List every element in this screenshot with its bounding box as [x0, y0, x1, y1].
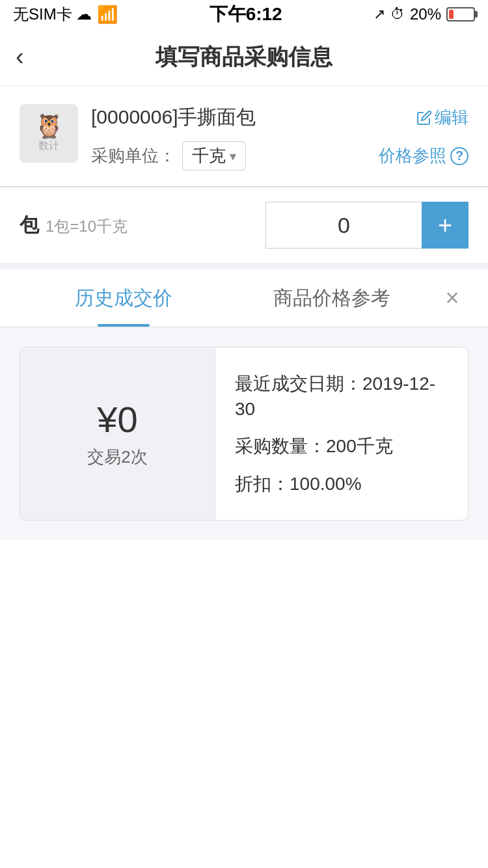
help-icon: ?	[450, 147, 468, 165]
price-ref-button[interactable]: 价格参照 ?	[379, 144, 468, 167]
tab-product-price-ref-label: 商品价格参考	[273, 285, 390, 312]
unit-dropdown[interactable]: 千克 ▾	[182, 141, 246, 170]
wifi-icon: 📶	[97, 5, 118, 25]
edit-label: 编辑	[435, 106, 468, 129]
product-logo-text: 数计	[38, 139, 59, 153]
quantity-input-group: +	[265, 202, 468, 249]
location-icon: ↗	[373, 6, 385, 23]
price-detail-discount-label: 折扣：	[235, 474, 290, 494]
tab-product-price-ref[interactable]: 商品价格参考	[228, 269, 436, 327]
price-detail-discount: 折扣：100.00%	[235, 471, 448, 496]
carrier-text: 无SIM卡 ☁	[13, 4, 92, 25]
back-button[interactable]: ‹	[16, 43, 24, 71]
status-time: 下午6:12	[210, 2, 282, 27]
tab-history-price-label: 历史成交价	[75, 285, 172, 312]
product-logo-icon: 🦉	[34, 115, 64, 138]
price-value: 0	[118, 399, 138, 440]
quantity-convert: 1包=10千克	[46, 216, 128, 237]
price-currency-symbol: ¥	[97, 399, 117, 440]
price-card-left: ¥0 交易2次	[20, 347, 215, 520]
quantity-plus-button[interactable]: +	[422, 202, 468, 249]
product-info: [0000006]手撕面包 编辑 采购单位： 千克 ▾	[91, 104, 468, 170]
product-section: 🦉 数计 [0000006]手撕面包 编辑 采购单位：	[0, 86, 488, 186]
purchase-unit-group: 采购单位： 千克 ▾	[91, 141, 246, 170]
price-trades: 交易2次	[87, 446, 147, 468]
price-ref-label: 价格参照	[379, 144, 446, 167]
quantity-unit-char: 包	[20, 212, 39, 239]
edit-button[interactable]: 编辑	[416, 106, 468, 129]
quantity-section: 包 1包=10千克 +	[0, 187, 488, 263]
price-amount: ¥0	[97, 398, 137, 441]
price-detail-quantity-label: 采购数量：	[235, 436, 326, 456]
page-title: 填写商品采购信息	[156, 42, 332, 72]
quantity-input[interactable]	[265, 202, 422, 249]
edit-icon	[416, 110, 432, 126]
battery-icon	[446, 7, 475, 21]
price-detail-date-label: 最近成交日期：	[235, 373, 362, 394]
status-right: ↗ ⏱ 20%	[373, 5, 475, 23]
price-card: ¥0 交易2次 最近成交日期：2019-12-30 采购数量：200千克 折扣：…	[20, 347, 468, 521]
tabs-section: 历史成交价 商品价格参考 × ¥0 交易2次 最近成交日期：2019-12-30…	[0, 269, 488, 540]
product-thumbnail: 🦉 数计	[20, 104, 78, 163]
nav-bar: ‹ 填写商品采购信息	[0, 29, 488, 86]
status-left: 无SIM卡 ☁ 📶	[13, 4, 118, 25]
tab-history-price[interactable]: 历史成交价	[20, 269, 228, 327]
unit-value: 千克	[192, 144, 226, 167]
price-detail-discount-value: 100.00%	[290, 474, 362, 494]
main-background	[0, 540, 488, 868]
tabs-header: 历史成交价 商品价格参考 ×	[0, 269, 488, 327]
tabs-close-button[interactable]: ×	[436, 282, 468, 314]
dropdown-arrow-icon: ▾	[230, 148, 236, 164]
quantity-label-group: 包 1包=10千克	[20, 212, 128, 239]
product-name: [0000006]手撕面包	[91, 104, 256, 131]
tab-content-history: ¥0 交易2次 最近成交日期：2019-12-30 采购数量：200千克 折扣：…	[0, 327, 488, 540]
alarm-icon: ⏱	[390, 6, 405, 23]
price-detail-quantity: 采购数量：200千克	[235, 433, 448, 459]
price-detail-quantity-value: 200千克	[326, 436, 393, 456]
price-card-right: 最近成交日期：2019-12-30 采购数量：200千克 折扣：100.00%	[215, 347, 468, 520]
price-detail-date: 最近成交日期：2019-12-30	[235, 371, 448, 422]
status-bar: 无SIM卡 ☁ 📶 下午6:12 ↗ ⏱ 20%	[0, 0, 488, 29]
battery-percent-text: 20%	[410, 5, 441, 23]
purchase-unit-label: 采购单位：	[91, 144, 176, 167]
